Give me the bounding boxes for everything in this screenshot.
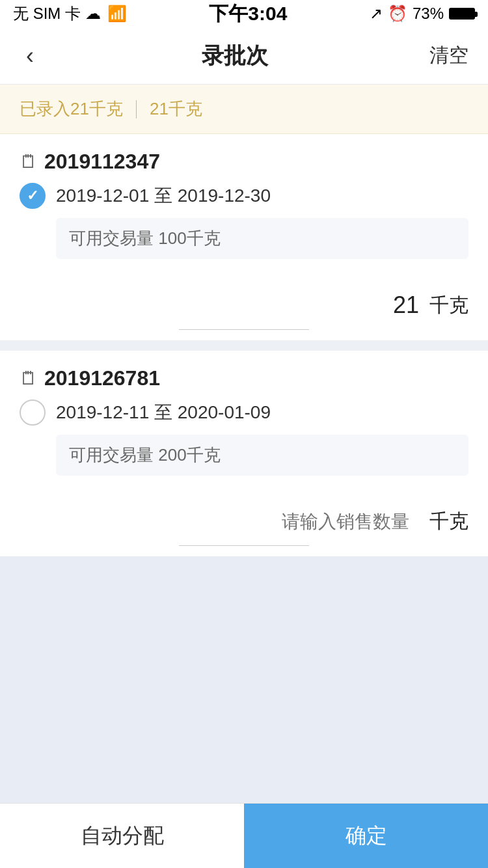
clear-button[interactable]: 清空 [429, 42, 468, 69]
battery-icon [449, 8, 475, 20]
batch-1-quantity-divider [179, 329, 309, 330]
batch-1-quantity-unit: 千克 [429, 292, 468, 319]
batch-1-quantity-value: 21 [393, 292, 419, 319]
spacer-area [0, 556, 488, 817]
info-divider [136, 100, 137, 118]
status-bar: 无 SIM 卡 ☁ 📶 下午3:04 ↗ ⏰ 73% [0, 0, 488, 27]
bottom-bar: 自动分配 确定 [0, 803, 488, 868]
recorded-amount-value: 21千克 [150, 98, 202, 120]
batch-2-radio[interactable] [20, 400, 46, 426]
batch-2-quantity-divider [179, 545, 309, 546]
batch-2-unit: 千克 [429, 508, 468, 535]
battery-percent: 73% [413, 5, 444, 23]
back-button[interactable]: ‹ [20, 36, 40, 76]
batch-1-date: 2019-12-01 至 2019-12-30 [56, 183, 271, 208]
batch-item-1: 🗒 2019112347 2019-12-01 至 2019-12-30 可用交… [0, 134, 488, 281]
alarm-icon: ⏰ [388, 5, 407, 23]
recorded-amount-label: 已录入21千克 [20, 98, 123, 120]
batch-2-available: 可用交易量 200千克 [56, 435, 468, 476]
batch-2-id: 2019126781 [44, 366, 160, 390]
batch-1-header: 🗒 2019112347 [20, 150, 468, 174]
nav-bar: ‹ 录批次 清空 [0, 27, 488, 85]
batch-2-input-row[interactable]: 千克 [0, 498, 488, 545]
batch-item-2: 🗒 2019126781 2019-12-11 至 2020-01-09 可用交… [0, 351, 488, 498]
wifi-icon: 📶 [107, 5, 127, 23]
info-banner: 已录入21千克 21千克 [0, 85, 488, 134]
batch-2-date: 2019-12-11 至 2020-01-09 [56, 400, 271, 425]
status-right: ↗ ⏰ 73% [370, 5, 475, 23]
page-title: 录批次 [202, 41, 268, 71]
batch-1-id: 2019112347 [44, 150, 160, 174]
batch-1-icon: 🗒 [20, 151, 38, 172]
batch-2-quantity-input[interactable] [224, 511, 419, 532]
auto-distribute-button[interactable]: 自动分配 [0, 804, 244, 868]
batch-2-date-row[interactable]: 2019-12-11 至 2020-01-09 [20, 400, 468, 426]
batch-1-radio[interactable] [20, 183, 46, 209]
batch-1-date-row[interactable]: 2019-12-01 至 2019-12-30 [20, 183, 468, 209]
status-time: 下午3:04 [209, 1, 287, 27]
batch-2-divider-container [0, 545, 488, 556]
batch-2-header: 🗒 2019126781 [20, 366, 468, 390]
batch-1-divider-container [0, 329, 488, 340]
confirm-button[interactable]: 确定 [244, 804, 488, 868]
location-icon: ↗ [370, 5, 383, 23]
batch-1-available: 可用交易量 100千克 [56, 218, 468, 259]
section-divider-1 [0, 340, 488, 351]
content-wrapper: 🗒 2019112347 2019-12-01 至 2019-12-30 可用交… [0, 134, 488, 868]
sim-label: 无 SIM 卡 ☁ [13, 3, 101, 24]
status-left: 无 SIM 卡 ☁ 📶 [13, 3, 127, 24]
batch-2-icon: 🗒 [20, 368, 38, 389]
batch-1-quantity-row: 21 千克 [0, 281, 488, 329]
